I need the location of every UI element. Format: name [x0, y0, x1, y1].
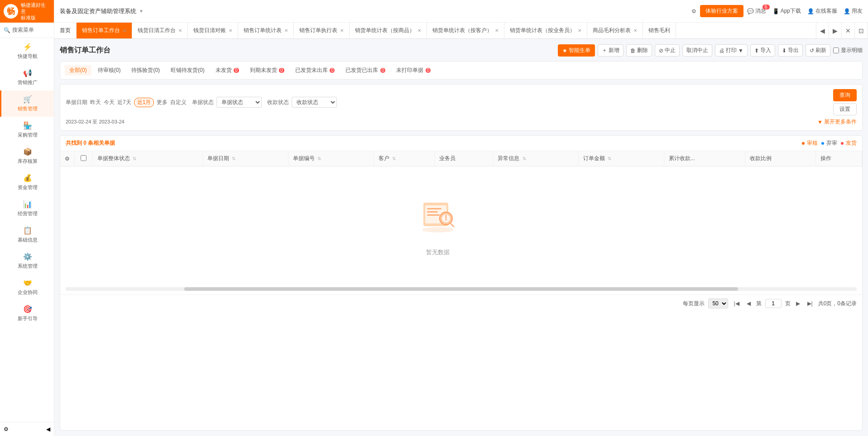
filter-setting-btn[interactable]: 设置 — [833, 103, 857, 115]
tab-sales-order[interactable]: 销售订单工作台 ✕ — [77, 23, 132, 39]
horizontal-scrollbar[interactable] — [66, 287, 857, 291]
tab-close-margin[interactable]: ✕ — [633, 28, 637, 33]
refresh-btn[interactable]: ↺ 刷新 — [806, 44, 830, 57]
online-service-btn[interactable]: 👤 在线客服 — [807, 7, 837, 15]
tab-margin-analysis[interactable]: 商品毛利分析表 ✕ — [587, 23, 643, 39]
tab-sales-profit[interactable]: 销售毛利 — [643, 23, 676, 39]
sort-amount-icon[interactable]: ⇅ — [608, 156, 611, 161]
sidebar-item-guide[interactable]: 🎯 新手引导 — [0, 300, 54, 327]
last-page-btn[interactable]: ▶| — [806, 299, 815, 308]
tab-home[interactable]: 首页 — [54, 23, 77, 39]
app-download-btn[interactable]: 📱 App下载 — [772, 7, 801, 15]
tab-close-sales-stats[interactable]: ✕ — [284, 28, 288, 33]
page-number-input[interactable] — [765, 299, 782, 308]
select-all-checkbox[interactable] — [81, 155, 86, 161]
next-page-btn[interactable]: ▶ — [794, 299, 802, 308]
date-today[interactable]: 今天 — [104, 99, 115, 106]
message-btn[interactable]: 💬 消息 6 — [747, 7, 766, 15]
cancel-audit-btn[interactable]: 弃审 — [821, 139, 837, 147]
cancel-stop-btn[interactable]: 取消中止 — [682, 44, 712, 57]
sidebar-item-operation[interactable]: 📊 经营管理 — [0, 195, 54, 222]
date-more[interactable]: 更多 — [157, 99, 168, 106]
prev-page-btn[interactable]: ◀ — [745, 299, 753, 308]
tab-sales-stats[interactable]: 销售订单统计表 ✕ — [238, 23, 294, 39]
sidebar-item-quick-nav[interactable]: ⚡ 快捷导航 — [0, 38, 54, 64]
system-title: 装备及固定资产辅助管理系统 ▼ — [60, 7, 688, 15]
ship-btn[interactable]: 发货 — [841, 139, 857, 147]
tab-maximize-btn[interactable]: ⊡ — [855, 23, 868, 39]
sort-number-icon[interactable]: ⇅ — [317, 156, 321, 161]
sidebar-item-enterprise[interactable]: 🤝 企业协同 — [0, 274, 54, 300]
tab-prev-btn[interactable]: ◀ — [816, 23, 829, 39]
sub-tab-not-printed[interactable]: 未打印单据 0 — [392, 65, 435, 76]
sidebar-item-sales[interactable]: 🛒 销售管理 — [0, 90, 54, 117]
tab-next-btn[interactable]: ▶ — [829, 23, 842, 39]
query-btn[interactable]: 查询 — [833, 89, 857, 101]
smart-create-btn[interactable]: ★ 智能生单 — [558, 44, 595, 57]
expand-more-btn[interactable]: ▼ 展开更多条件 — [817, 118, 857, 126]
sort-exception-icon[interactable]: ⇅ — [523, 156, 526, 161]
dropdown-arrow[interactable]: ▼ — [139, 9, 144, 14]
sub-tab-expired[interactable]: 到期未发货 0 — [245, 65, 289, 76]
collapse-icon[interactable]: ◀ — [46, 426, 50, 432]
stop-icon: ⊘ — [659, 47, 663, 54]
first-page-btn[interactable]: |◀ — [732, 299, 741, 308]
sub-tab-all[interactable]: 全部(0) — [65, 65, 91, 76]
sub-tab-pending-review[interactable]: 待审核(0) — [93, 65, 125, 76]
tab-close-all-btn[interactable]: ✕ — [842, 23, 855, 39]
col-settings[interactable]: ⚙ — [60, 151, 75, 166]
sub-tab-wangpu[interactable]: 旺铺待发货(0) — [166, 65, 209, 76]
tab-close-cash-reconcile[interactable]: ✕ — [229, 28, 232, 33]
tab-sales-exec[interactable]: 销售订单执行表 ✕ — [294, 23, 350, 39]
topbar-settings-icon[interactable]: ⚙ — [691, 8, 696, 14]
tab-sales-summary-customer[interactable]: 销货单统计表（按客户） ✕ — [427, 23, 504, 39]
audit-btn[interactable]: 审核 — [802, 139, 818, 147]
date-custom[interactable]: 自定义 — [170, 99, 187, 106]
tab-sales-summary-staff[interactable]: 销货单统计表（按业务员） ✕ — [504, 23, 587, 39]
sidebar-item-system[interactable]: ⚙️ 系统管理 — [0, 248, 54, 274]
tab-cash-reconcile[interactable]: 钱货日清对账 ✕ — [188, 23, 238, 39]
payment-select[interactable]: 收款状态 — [292, 97, 337, 108]
tab-close-customer[interactable]: ✕ — [495, 28, 499, 33]
col-checkbox[interactable] — [75, 151, 93, 166]
sort-customer-icon[interactable]: ⇅ — [392, 156, 396, 161]
sub-tab-shipped-not-out[interactable]: 已发货未出库 0 — [291, 65, 340, 76]
user-btn[interactable]: 👤 用友 — [844, 7, 863, 15]
sidebar-item-purchase[interactable]: 🏪 采购管理 — [0, 117, 54, 143]
settings-icon[interactable]: ⚙ — [4, 426, 9, 432]
search-menu[interactable]: 🔍 搜索菜单 — [0, 23, 54, 38]
tab-close-product[interactable]: ✕ — [417, 28, 421, 33]
sub-tab-pending-inspect[interactable]: 待拣验货(0) — [127, 65, 164, 76]
export-btn[interactable]: ⬇ 导出 — [778, 44, 803, 57]
sidebar-item-finance[interactable]: 💰 资金管理 — [0, 169, 54, 195]
date-1month[interactable]: 近1月 — [134, 98, 154, 107]
sidebar-item-basic[interactable]: 📋 基础信息 — [0, 222, 54, 248]
status-select[interactable]: 单据状态 — [216, 97, 262, 108]
show-detail-checkbox[interactable]: 显示明细 — [833, 47, 863, 54]
table-toolbar: 共找到 0 条相关单据 审核 弃审 发货 — [60, 136, 862, 151]
scrollbar-thumb[interactable] — [184, 287, 738, 291]
tab-cash-daily[interactable]: 钱货日清工作台 ✕ — [132, 23, 188, 39]
stop-btn[interactable]: ⊘ 中止 — [655, 44, 680, 57]
date-yesterday[interactable]: 昨天 — [90, 99, 101, 106]
delete-btn[interactable]: 🗑 删除 — [626, 44, 652, 57]
date-7days[interactable]: 近7天 — [117, 99, 131, 106]
per-page-select[interactable]: 50 — [708, 299, 728, 308]
sidebar-item-marketing[interactable]: 📢 营销推广 — [0, 64, 54, 90]
industry-btn[interactable]: 体验行业方案 — [700, 5, 743, 17]
show-detail-input[interactable] — [833, 47, 839, 53]
print-btn[interactable]: 🖨 打印 ▼ — [715, 44, 748, 57]
import-btn[interactable]: ⬆ 导入 — [750, 44, 775, 57]
sort-date-icon[interactable]: ⇅ — [232, 156, 235, 161]
tab-close-staff[interactable]: ✕ — [578, 28, 581, 33]
tab-close-cash-daily[interactable]: ✕ — [178, 28, 182, 33]
tab-close-sales-exec[interactable]: ✕ — [340, 28, 344, 33]
sidebar-item-inventory[interactable]: 📦 库存核算 — [0, 143, 54, 169]
sort-status-icon[interactable]: ⇅ — [133, 156, 136, 161]
tab-sales-summary-product[interactable]: 销货单统计表（按商品） ✕ — [350, 23, 427, 39]
expand-icon: ▼ — [817, 119, 823, 125]
sub-tab-shipped-out[interactable]: 已发货已出库 0 — [341, 65, 390, 76]
add-btn[interactable]: ＋ 新增 — [598, 44, 623, 57]
sub-tab-not-shipped[interactable]: 未发货 0 — [211, 65, 244, 76]
tab-close-sales-order[interactable]: ✕ — [123, 28, 126, 33]
